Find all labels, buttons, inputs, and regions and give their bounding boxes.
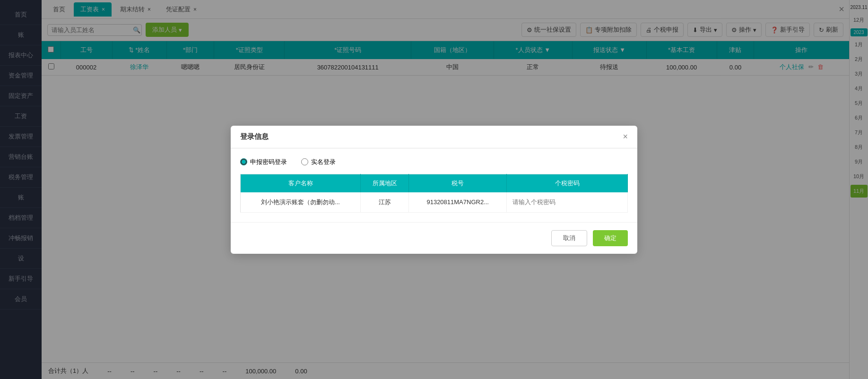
modal-overlay: 登录信息 × 申报密码登录 实名登录 客户名称 所属地区: [0, 0, 868, 379]
cancel-button[interactable]: 取消: [551, 230, 587, 246]
cell-password[interactable]: [507, 192, 628, 213]
radio-password-input[interactable]: [240, 158, 247, 165]
cell-region: 江苏: [361, 192, 409, 213]
dialog-close-button[interactable]: ×: [623, 132, 628, 141]
login-info-table: 客户名称 所属地区 税号 个税密码 刘小艳演示账套（勿删勿动... 江苏 913…: [240, 174, 628, 213]
radio-password-login[interactable]: 申报密码登录: [240, 158, 287, 166]
th-password: 个税密码: [507, 174, 628, 192]
radio-realname-login[interactable]: 实名登录: [301, 158, 336, 166]
radio-group: 申报密码登录 实名登录: [240, 158, 628, 166]
th-region: 所属地区: [361, 174, 409, 192]
dialog-body: 申报密码登录 实名登录 客户名称 所属地区 税号 个税密码: [231, 148, 637, 222]
dialog-header: 登录信息 ×: [231, 126, 637, 148]
login-dialog: 登录信息 × 申报密码登录 实名登录 客户名称 所属地区: [231, 126, 637, 254]
confirm-button[interactable]: 确定: [593, 230, 628, 246]
dialog-footer: 取消 确定: [231, 222, 637, 254]
th-tax-no: 税号: [409, 174, 507, 192]
tax-password-input[interactable]: [512, 198, 622, 206]
th-customer: 客户名称: [241, 174, 361, 192]
cell-tax-no: 91320811MA7NGR2...: [409, 192, 507, 213]
cell-customer-name: 刘小艳演示账套（勿删勿动...: [241, 192, 361, 213]
dialog-title: 登录信息: [240, 132, 269, 141]
radio-realname-input[interactable]: [301, 158, 308, 165]
login-table-row: 刘小艳演示账套（勿删勿动... 江苏 91320811MA7NGR2...: [241, 192, 628, 213]
